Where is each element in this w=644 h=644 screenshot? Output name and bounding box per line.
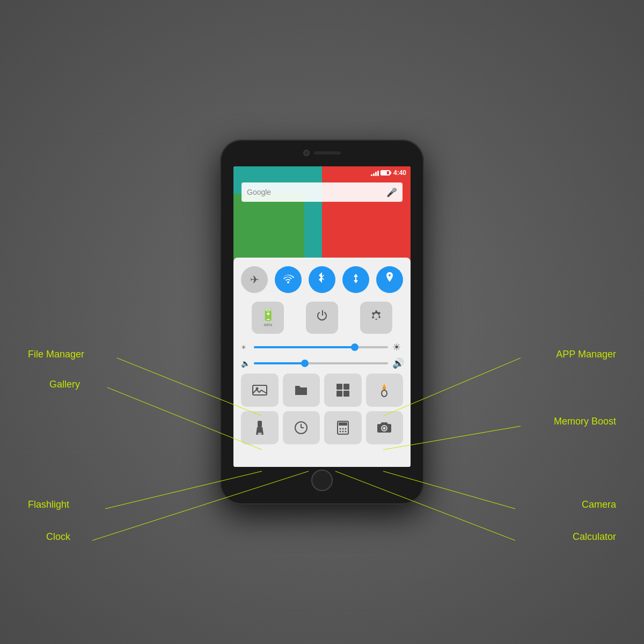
brightness-track[interactable] <box>254 346 388 348</box>
signal-bar-4 <box>377 171 379 176</box>
brightness-max-icon: ☀ <box>392 341 403 353</box>
secondary-icon-row: 🔋 49% <box>241 302 403 334</box>
app-manager-app[interactable] <box>324 374 362 407</box>
svg-point-6 <box>382 390 387 397</box>
scene: 4:40 Google 🎤 ✈ <box>0 0 644 644</box>
svg-point-11 <box>258 433 262 435</box>
app-grid <box>241 374 403 444</box>
battery-icon <box>380 170 390 175</box>
memory-boost-app[interactable] <box>366 374 404 407</box>
signal-bar-1 <box>371 174 372 176</box>
volume-min-icon: 🔈 <box>241 359 250 368</box>
airplane-mode-toggle[interactable]: ✈ <box>241 266 268 293</box>
location-icon <box>385 272 394 288</box>
power-icon <box>315 309 329 326</box>
volume-slider-row: 🔈 🔊 <box>241 357 403 369</box>
camera-label: Camera <box>582 499 616 510</box>
svg-rect-4 <box>336 391 342 397</box>
flashlight-app[interactable] <box>241 411 279 444</box>
flashlight-label: Flashlight <box>28 499 69 510</box>
status-icons: 4:40 <box>371 169 406 177</box>
power-button[interactable] <box>306 302 338 334</box>
mic-icon[interactable]: 🎤 <box>386 187 397 197</box>
svg-rect-3 <box>343 384 349 390</box>
battery-button[interactable]: 🔋 49% <box>252 302 284 334</box>
file-manager-app[interactable] <box>283 374 320 407</box>
svg-point-20 <box>339 431 341 433</box>
volume-thumb <box>301 360 309 367</box>
svg-marker-7 <box>382 384 386 389</box>
google-search-bar[interactable]: Google 🎤 <box>241 182 402 202</box>
svg-rect-5 <box>343 391 349 397</box>
memory-boost-label: Memory Boost <box>554 416 616 427</box>
settings-button[interactable] <box>360 302 392 334</box>
brightness-fill <box>254 346 355 348</box>
home-button[interactable] <box>311 470 333 491</box>
svg-point-25 <box>383 427 386 430</box>
volume-track[interactable] <box>254 362 388 364</box>
file-manager-label: File Manager <box>28 349 84 360</box>
status-bar: 4:40 <box>233 166 411 179</box>
svg-rect-16 <box>339 422 347 426</box>
wifi-toggle[interactable] <box>275 266 302 293</box>
volume-fill <box>254 362 305 364</box>
phone-screen: 4:40 Google 🎤 ✈ <box>233 166 411 467</box>
time-display: 4:40 <box>393 169 406 177</box>
clock-app[interactable] <box>283 411 320 444</box>
phone-bottom <box>311 467 333 494</box>
location-toggle[interactable] <box>376 266 403 293</box>
quick-settings-panel: ✈ <box>233 258 411 467</box>
phone-top-bar <box>220 140 424 166</box>
svg-point-21 <box>342 431 343 433</box>
battery-status-icon: 🔋 <box>261 308 275 322</box>
gallery-app[interactable] <box>241 374 279 407</box>
app-manager-label: APP Manager <box>556 349 616 360</box>
camera-app[interactable] <box>366 411 404 444</box>
clock-label: Clock <box>46 531 70 543</box>
volume-max-icon: 🔊 <box>392 357 403 369</box>
data-icon <box>350 273 362 287</box>
phone-speaker <box>314 151 341 155</box>
calculator-app[interactable] <box>324 411 362 444</box>
data-toggle[interactable] <box>342 266 369 293</box>
gallery-label: Gallery <box>49 379 80 390</box>
signal-bar-3 <box>375 172 377 176</box>
toggle-row: ✈ <box>241 266 403 293</box>
svg-point-18 <box>342 428 343 430</box>
front-camera <box>303 150 310 156</box>
wifi-icon <box>282 274 295 286</box>
battery-fill <box>382 171 387 174</box>
svg-point-19 <box>345 428 346 430</box>
signal-bar-2 <box>373 173 375 176</box>
settings-gear-icon <box>369 309 383 326</box>
brightness-thumb <box>351 343 358 351</box>
brightness-min-icon: ☀ <box>241 344 250 351</box>
calculator-label: Calculator <box>573 531 616 543</box>
battery-percentage: 49% <box>264 323 272 327</box>
svg-rect-9 <box>258 421 262 427</box>
signal-icon <box>371 170 379 176</box>
svg-rect-2 <box>336 384 342 390</box>
airplane-icon: ✈ <box>250 273 259 286</box>
svg-point-22 <box>345 431 346 433</box>
phone-device: 4:40 Google 🎤 ✈ <box>220 140 424 504</box>
search-text: Google <box>247 188 386 196</box>
svg-point-17 <box>339 428 341 430</box>
bluetooth-toggle[interactable] <box>309 266 335 293</box>
bluetooth-icon <box>317 272 327 288</box>
svg-rect-0 <box>253 385 267 395</box>
brightness-slider-row: ☀ ☀ <box>241 341 403 353</box>
